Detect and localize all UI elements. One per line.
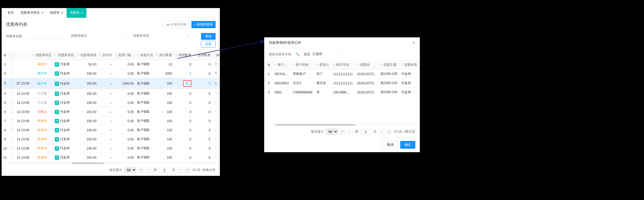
customer-name: 北京1 (291, 79, 315, 88)
sort-icon[interactable]: ⇅ (293, 64, 295, 66)
sort-icon[interactable]: ⇅ (333, 64, 335, 66)
setting-button[interactable]: 设置 (201, 41, 216, 48)
sort-icon[interactable]: ⇅ (137, 54, 139, 57)
table-row[interactable]: 2 00010001 北京1 唐先生 11111111111 20191207O… (264, 79, 420, 88)
coupon-type: 代金券 (400, 79, 420, 88)
coupon-type-select[interactable]: ⌄ (151, 33, 189, 38)
close-icon[interactable]: ✕ (41, 11, 43, 14)
row-checkbox[interactable] (10, 155, 13, 159)
close-icon[interactable]: ✕ (61, 11, 63, 14)
discount: -- (98, 153, 114, 162)
table-row[interactable]: 6 14 23:59 已终止 代代金券 150.00 -- 0.00 客户领取 … (2, 107, 220, 117)
table-row[interactable]: 2 执行中 代代金券 100.00 -- 0.00 客户领取 1000 1 0 … (2, 69, 220, 78)
row-checkbox[interactable] (10, 146, 13, 150)
last-page-button[interactable]: >⎮ (386, 129, 392, 134)
sort-icon[interactable]: ⇅ (380, 64, 383, 66)
sort-icon[interactable]: ⇅ (316, 64, 319, 66)
issue-qty: 100 (155, 153, 174, 162)
per-page-select[interactable]: 50 (326, 129, 338, 135)
claim-count-link[interactable]: 1 (190, 72, 191, 75)
row-checkbox[interactable] (10, 137, 13, 141)
table-row[interactable]: 4 14 23:59 已过期 代代金券 150.00 -- 0.00 客户领取 … (2, 89, 220, 98)
discount: -- (98, 126, 114, 135)
share-icon[interactable]: ⇱ (215, 82, 218, 86)
row-checkbox[interactable] (10, 119, 13, 122)
page-prefix: 第 (154, 168, 157, 172)
table-row[interactable]: 3 07 23:59 执行中 代代金券 200.00 -- 1000.00 客户… (2, 78, 220, 89)
table-row[interactable]: 7 14 23:59 待发布 代代金券 150.00 -- 0.00 客户领取 … (2, 117, 220, 126)
add-coupon-button[interactable]: + 新增优惠券 (191, 21, 216, 28)
share-icon[interactable]: ⇱ (215, 62, 218, 66)
sort-icon[interactable]: ⇅ (195, 54, 197, 57)
sort-icon[interactable]: ⇅ (100, 54, 102, 57)
table-row[interactable]: 3 0001 17666666666 张 156 6666 ... 201912… (264, 88, 420, 97)
share-icon[interactable]: ⇱ (215, 71, 218, 75)
sort-icon[interactable]: ⇅ (32, 54, 35, 57)
coupon-status-select[interactable]: ⌄ (89, 33, 127, 38)
row-checkbox[interactable] (10, 92, 13, 95)
search-button[interactable]: 查询 (201, 33, 216, 40)
tab-home[interactable]: 首页 (4, 8, 17, 18)
close-icon[interactable]: ✕ (412, 41, 415, 45)
tab-coupon-detail[interactable]: 优惠券详情页✕ (17, 8, 47, 18)
table-row[interactable]: 1 RETAIL... 零散客户 张三 11111111111 20191207… (264, 70, 420, 79)
row-checkbox[interactable] (10, 71, 13, 75)
modal-status-label: 状态 (304, 52, 310, 57)
claim-count-link[interactable]: 3 (183, 80, 191, 87)
prev-page-button[interactable]: < (348, 129, 353, 134)
row-checkbox[interactable] (10, 128, 13, 132)
modal-search-input[interactable] (269, 52, 296, 56)
table-row[interactable]: 1 待执行 代代金券 50.00 -- 0.00 客户领取 10 0 0 ⇱ ⊞ (2, 60, 220, 69)
sort-icon[interactable]: ⇅ (77, 54, 79, 57)
modal-search[interactable]: 🔍 (269, 51, 300, 57)
sort-icon[interactable]: ⇅ (357, 64, 359, 66)
issue-coupon-button[interactable]: 🎟发放优惠券 (163, 21, 190, 28)
type-badge-icon: 代 (55, 82, 59, 86)
share-icon: ⇱ (215, 110, 218, 114)
horizontal-scrollbar[interactable] (2, 162, 220, 164)
modal-title: 优惠券领用/使用记录 (269, 40, 301, 45)
last-page-button[interactable]: >⎮ (185, 168, 190, 173)
row-checkbox[interactable] (10, 101, 13, 104)
per-page-select[interactable]: 50 (124, 167, 136, 173)
gear-icon[interactable]: ⚙ (3, 53, 6, 57)
select-all-checkbox[interactable] (10, 53, 13, 57)
gear-icon[interactable]: ⚙ (267, 63, 270, 67)
row-checkbox[interactable] (10, 110, 13, 113)
modal-status-select[interactable]: 已使用⌄ (312, 51, 342, 58)
tab-bar: 首页 优惠券详情页✕ 销货单✕ 优惠券✕ (2, 8, 220, 18)
next-page-button[interactable]: > (177, 168, 183, 173)
table-row[interactable]: 5 14 23:59 已过期 代代金券 150.00 -- 0.00 客户领取 … (2, 98, 220, 107)
use-count-link[interactable]: 1 (209, 82, 210, 85)
search-icon[interactable]: 🔍 (296, 52, 300, 56)
tab-sales-order[interactable]: 销货单✕ (47, 8, 67, 18)
sort-icon[interactable]: ⇅ (401, 64, 403, 66)
page-input[interactable] (159, 167, 170, 173)
close-icon[interactable]: ✕ (81, 11, 83, 14)
first-page-button[interactable]: ⎮< (139, 168, 144, 173)
next-page-button[interactable]: > (379, 129, 384, 134)
sort-icon[interactable]: ⇅ (115, 54, 117, 57)
first-page-button[interactable]: ⎮< (340, 129, 345, 134)
confirm-button[interactable]: 确定 (400, 141, 415, 149)
type-badge-icon: 代 (55, 71, 59, 76)
page-input[interactable] (361, 129, 371, 134)
prev-page-button[interactable]: < (146, 168, 151, 173)
sort-icon[interactable]: ⇅ (175, 54, 177, 57)
table-row[interactable]: 11 14 23:59 待发布 代代金券 150.00 -- 0.00 客户领取… (2, 153, 220, 162)
table-row[interactable]: 10 14 23:59 待发布 代代金券 150.00 -- 0.00 客户领取… (2, 144, 220, 153)
row-index: 7 (2, 117, 8, 126)
horizontal-scrollbar[interactable] (264, 124, 420, 126)
table-row[interactable]: 8 14 23:59 待发布 代代金券 150.00 -- 0.00 客户领取 … (2, 126, 220, 135)
sort-icon[interactable]: ⇅ (275, 64, 277, 66)
row-checkbox[interactable] (10, 62, 13, 66)
tab-coupon[interactable]: 优惠券✕ (67, 8, 86, 18)
coupon-topic: 满1000-100 (379, 88, 400, 97)
sort-icon[interactable]: ⇅ (156, 54, 158, 57)
coupon-name-input[interactable] (24, 33, 64, 39)
row-checkbox[interactable] (10, 81, 13, 85)
table-row[interactable]: 9 14 23:59 待发布 代代金券 150.00 -- 0.00 客户领取 … (2, 135, 220, 144)
sort-icon[interactable]: ⇅ (55, 54, 57, 57)
coupon-type: 代金券 (60, 71, 70, 75)
cancel-button[interactable]: 取消 (383, 141, 398, 149)
